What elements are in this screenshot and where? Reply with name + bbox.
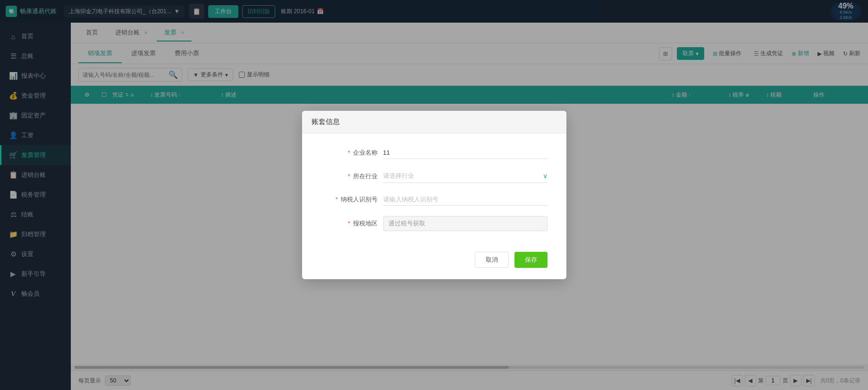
industry-label: * 所在行业 [321,172,378,181]
tax-region-row: * 报税地区 通过税号获取 [321,216,548,231]
modal-overlay: 账套信息 * 企业名称 * 所在行业 请选择行业 ∨ [0,0,868,390]
industry-select[interactable]: 请选择行业 ∨ [383,169,548,183]
tax-region-label: * 报税地区 [321,219,378,228]
required-star: * [348,173,350,180]
tax-id-row: * 纳税人识别号 [321,193,548,206]
account-info-dialog: 账套信息 * 企业名称 * 所在行业 请选择行业 ∨ [302,111,566,279]
required-star: * [348,149,350,156]
required-star: * [348,220,350,227]
required-star: * [336,196,338,203]
tax-id-label: * 纳税人识别号 [321,195,378,204]
tax-region-field: 通过税号获取 [383,216,548,231]
dialog-body: * 企业名称 * 所在行业 请选择行业 ∨ * 纳 [302,133,566,244]
company-name-row: * 企业名称 [321,147,548,159]
industry-placeholder: 请选择行业 [383,172,414,180]
industry-chevron-icon: ∨ [543,172,548,180]
industry-row: * 所在行业 请选择行业 ∨ [321,169,548,183]
dialog-title: 账套信息 [302,111,566,133]
save-button[interactable]: 保存 [514,252,548,268]
company-name-input[interactable] [383,147,548,159]
tax-id-input[interactable] [383,193,548,206]
cancel-button[interactable]: 取消 [475,252,509,268]
company-name-label: * 企业名称 [321,149,378,157]
dialog-footer: 取消 保存 [302,244,566,279]
